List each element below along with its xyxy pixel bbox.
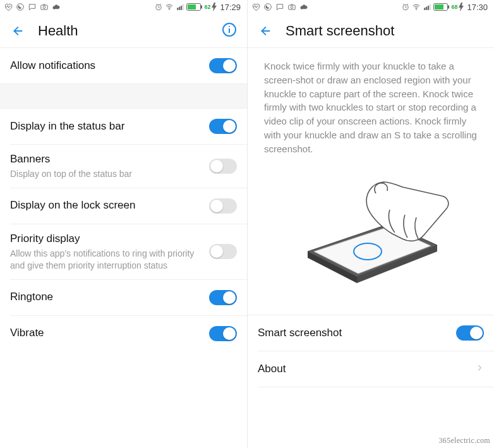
row-title: Ringtone bbox=[10, 290, 203, 305]
charging-icon bbox=[212, 3, 217, 11]
row-ringtone[interactable]: Ringtone bbox=[0, 280, 247, 315]
toggle-banners[interactable] bbox=[209, 159, 237, 174]
svg-point-4 bbox=[169, 9, 171, 10]
svg-point-15 bbox=[265, 4, 272, 11]
arrow-left-icon bbox=[258, 24, 272, 38]
row-subtitle: Allow this app's notifications to ring w… bbox=[10, 248, 203, 272]
cloud-icon bbox=[52, 3, 61, 11]
toggle-priority[interactable] bbox=[209, 244, 237, 259]
row-title: Display in the status bar bbox=[10, 119, 203, 134]
svg-rect-1 bbox=[41, 5, 48, 9]
toggle-smart-screenshot[interactable] bbox=[456, 325, 484, 341]
alarm-icon bbox=[401, 3, 410, 11]
svg-rect-5 bbox=[178, 8, 179, 10]
row-title: Priority display bbox=[10, 232, 203, 246]
phone-left: 62 17:29 Health Allow notifications Disp… bbox=[0, 0, 247, 448]
row-vibrate[interactable]: Vibrate bbox=[0, 316, 247, 351]
svg-rect-26 bbox=[435, 4, 443, 9]
heart-icon bbox=[251, 3, 260, 11]
row-lock-screen[interactable]: Display on the lock screen bbox=[0, 188, 247, 224]
knuckle-illustration bbox=[248, 160, 494, 315]
toggle-allow-notifications[interactable] bbox=[209, 58, 237, 73]
signal-icon bbox=[176, 3, 184, 11]
status-right-icons: 68 17:30 bbox=[401, 3, 488, 12]
svg-point-19 bbox=[416, 9, 418, 10]
svg-rect-8 bbox=[183, 5, 184, 10]
arrow-left-icon bbox=[10, 24, 24, 38]
svg-rect-16 bbox=[289, 5, 296, 9]
toggle-ringtone[interactable] bbox=[209, 290, 237, 305]
battery-indicator: 68 bbox=[433, 3, 457, 11]
toggle-vibrate[interactable] bbox=[209, 326, 237, 341]
row-title: Allow notifications bbox=[10, 59, 203, 73]
row-title: Smart screenshot bbox=[258, 326, 450, 341]
status-bar: 62 17:29 bbox=[0, 0, 247, 14]
svg-point-14 bbox=[229, 26, 230, 27]
back-button[interactable] bbox=[10, 24, 24, 38]
wifi-icon bbox=[165, 3, 174, 11]
svg-point-0 bbox=[17, 4, 24, 11]
header: Health bbox=[0, 14, 247, 48]
status-right-icons: 62 17:29 bbox=[154, 3, 241, 12]
wifi-icon bbox=[412, 3, 421, 11]
toggle-status-bar[interactable] bbox=[209, 119, 237, 134]
info-button[interactable] bbox=[222, 22, 237, 40]
svg-rect-7 bbox=[181, 6, 183, 9]
svg-rect-21 bbox=[426, 7, 428, 10]
row-smart-screenshot[interactable]: Smart screenshot bbox=[248, 315, 494, 351]
battery-percent: 68 bbox=[451, 4, 457, 10]
svg-rect-25 bbox=[448, 6, 449, 9]
heart-icon bbox=[4, 3, 13, 11]
back-button[interactable] bbox=[258, 24, 272, 38]
section-gap bbox=[0, 83, 247, 109]
phone-right: 68 17:30 Smart screenshot Knock twice fi… bbox=[247, 0, 494, 448]
message-icon bbox=[28, 3, 37, 11]
battery-percent: 62 bbox=[204, 4, 210, 10]
row-subtitle: Display on top of the status bar bbox=[10, 168, 203, 180]
alarm-icon bbox=[154, 3, 163, 11]
watermark: 365electric.com bbox=[439, 436, 490, 445]
svg-point-2 bbox=[43, 6, 45, 9]
camera-icon bbox=[287, 3, 296, 11]
row-about[interactable]: About bbox=[248, 351, 494, 387]
status-left-icons bbox=[4, 3, 61, 11]
status-time: 17:29 bbox=[220, 3, 241, 12]
svg-point-17 bbox=[291, 6, 293, 9]
signal-icon bbox=[423, 3, 431, 11]
page-title: Health bbox=[38, 23, 222, 39]
row-banners[interactable]: Banners Display on top of the status bar bbox=[0, 145, 247, 188]
row-priority-display[interactable]: Priority display Allow this app's notifi… bbox=[0, 224, 247, 279]
feature-description: Knock twice firmly with your knuckle to … bbox=[248, 48, 494, 160]
row-title: Vibrate bbox=[10, 326, 203, 341]
whatsapp-icon bbox=[263, 3, 272, 11]
row-title: Banners bbox=[10, 152, 203, 167]
row-allow-notifications[interactable]: Allow notifications bbox=[0, 48, 247, 83]
status-left-icons bbox=[251, 3, 308, 11]
svg-rect-20 bbox=[425, 8, 426, 10]
status-time: 17:30 bbox=[467, 3, 488, 12]
svg-rect-23 bbox=[430, 5, 431, 10]
svg-rect-10 bbox=[201, 6, 202, 9]
row-title: Display on the lock screen bbox=[10, 198, 203, 213]
header: Smart screenshot bbox=[248, 14, 494, 48]
info-icon bbox=[222, 22, 237, 37]
svg-rect-22 bbox=[428, 6, 430, 9]
whatsapp-icon bbox=[16, 3, 25, 11]
row-status-bar[interactable]: Display in the status bar bbox=[0, 109, 247, 144]
page-title: Smart screenshot bbox=[286, 23, 484, 39]
charging-icon bbox=[459, 3, 464, 11]
status-bar: 68 17:30 bbox=[248, 0, 494, 14]
cloud-icon bbox=[299, 3, 308, 11]
toggle-lock-screen[interactable] bbox=[209, 198, 237, 214]
svg-rect-11 bbox=[188, 4, 196, 9]
message-icon bbox=[275, 3, 284, 11]
battery-indicator: 62 bbox=[186, 3, 210, 11]
chevron-right-icon bbox=[475, 363, 484, 375]
svg-rect-6 bbox=[179, 7, 181, 10]
row-title: About bbox=[258, 362, 469, 377]
camera-icon bbox=[40, 3, 49, 11]
